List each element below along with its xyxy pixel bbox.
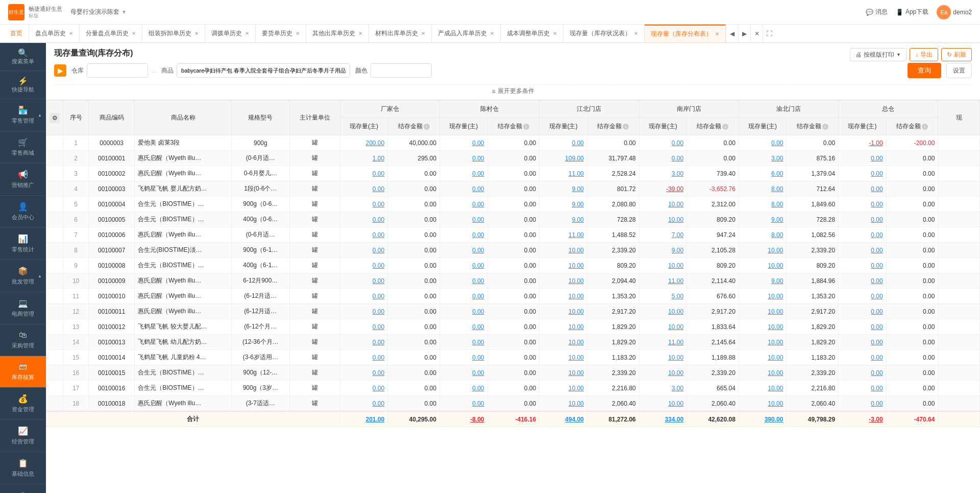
td-yb-qty[interactable]: 10.00 bbox=[739, 243, 787, 258]
export-btn[interactable]: ↓ 导出 bbox=[910, 48, 938, 61]
tab-close-t9[interactable]: ✕ bbox=[553, 31, 557, 36]
td-f-qty[interactable]: 0.00 bbox=[340, 396, 388, 412]
sidebar-item-base[interactable]: 📋 基础信息 bbox=[0, 452, 46, 484]
td-na-qty[interactable]: 7.00 bbox=[639, 227, 687, 243]
tab-close-t10[interactable]: ✕ bbox=[634, 31, 638, 36]
td-c-qty[interactable]: 0.00 bbox=[439, 166, 487, 181]
settings-btn[interactable]: 设置 bbox=[946, 63, 972, 78]
td-na-qty[interactable]: -39.00 bbox=[639, 181, 687, 197]
na-amt-info[interactable]: i bbox=[722, 124, 728, 130]
td-total-qty[interactable]: 0.00 bbox=[839, 319, 887, 335]
sidebar-item-ecommerce[interactable]: 💻 电商管理 bbox=[0, 292, 46, 324]
td-yb-qty[interactable]: 10.00 bbox=[739, 381, 787, 396]
td-c-qty[interactable]: 0.00 bbox=[439, 319, 487, 335]
td-na-qty[interactable]: 11.00 bbox=[639, 335, 687, 350]
sidebar-item-retail-mgmt[interactable]: 🏪 零售管理 bbox=[0, 99, 46, 131]
td-total-qty[interactable]: 0.00 bbox=[839, 304, 887, 319]
td-jb-qty[interactable]: 10.00 bbox=[540, 304, 587, 319]
user-area[interactable]: Ea demo2 bbox=[937, 5, 972, 19]
td-na-qty[interactable]: 10.00 bbox=[639, 304, 687, 319]
td-na-qty[interactable]: 3.00 bbox=[639, 166, 687, 181]
sidebar-item-wholesale[interactable]: 📦 批发管理 bbox=[0, 260, 46, 292]
td-jb-qty[interactable]: 10.00 bbox=[540, 289, 587, 304]
td-na-qty[interactable]: 10.00 bbox=[639, 197, 687, 212]
td-jb-qty[interactable]: 9.00 bbox=[540, 197, 587, 212]
yb-amt-info[interactable]: i bbox=[822, 124, 828, 130]
selector-dropdown[interactable]: 母婴行业演示陈套 ▼ bbox=[70, 8, 127, 16]
td-total-qty[interactable]: 0.00 bbox=[839, 151, 887, 166]
td-c-qty[interactable]: 0.00 bbox=[439, 350, 487, 365]
color-input[interactable] bbox=[371, 63, 432, 78]
td-c-qty[interactable]: 0.00 bbox=[439, 365, 487, 381]
td-f-qty[interactable]: 0.00 bbox=[340, 243, 388, 258]
td-f-qty[interactable]: 200.00 bbox=[340, 135, 388, 151]
tab-home[interactable]: 首页 bbox=[4, 25, 29, 43]
td-f-qty[interactable]: 0.00 bbox=[340, 381, 388, 396]
tab-close-t11[interactable]: ✕ bbox=[715, 31, 719, 37]
col-settings-icon[interactable]: ⚙ bbox=[50, 113, 60, 123]
tab-t7[interactable]: 材料出库单历史 ✕ bbox=[369, 25, 432, 43]
td-f-qty[interactable]: 0.00 bbox=[340, 181, 388, 197]
td-total-qty[interactable]: 0.00 bbox=[839, 181, 887, 197]
td-yb-qty[interactable]: 9.00 bbox=[739, 212, 787, 227]
td-total-qty[interactable]: 0.00 bbox=[839, 350, 887, 365]
td-na-qty[interactable]: 5.00 bbox=[639, 289, 687, 304]
tab-close-t7[interactable]: ✕ bbox=[421, 31, 425, 36]
td-na-qty[interactable]: 3.00 bbox=[639, 381, 687, 396]
td-jb-qty[interactable]: 10.00 bbox=[540, 273, 587, 289]
td-total-qty[interactable]: 0.00 bbox=[839, 166, 887, 181]
sidebar-item-system[interactable]: ⚙ 系统管理 bbox=[0, 484, 46, 493]
td-f-qty[interactable]: 1.00 bbox=[340, 151, 388, 166]
td-na-qty[interactable]: 0.00 bbox=[639, 151, 687, 166]
td-jb-qty[interactable]: 10.00 bbox=[540, 365, 587, 381]
total-amt-info[interactable]: i bbox=[922, 124, 928, 130]
td-f-qty[interactable]: 0.00 bbox=[340, 365, 388, 381]
td-f-qty[interactable]: 0.00 bbox=[340, 304, 388, 319]
tab-close-t1[interactable]: ✕ bbox=[69, 31, 73, 36]
tab-t9[interactable]: 成本调整单历史 ✕ bbox=[501, 25, 564, 43]
td-yb-qty[interactable]: 3.00 bbox=[739, 151, 787, 166]
td-jb-qty[interactable]: 10.00 bbox=[540, 335, 587, 350]
td-na-qty[interactable]: 10.00 bbox=[639, 350, 687, 365]
td-total-qty[interactable]: 0.00 bbox=[839, 273, 887, 289]
td-jb-qty[interactable]: 0.00 bbox=[540, 135, 587, 151]
td-jb-qty[interactable]: 9.00 bbox=[540, 181, 587, 197]
td-total-qty[interactable]: 0.00 bbox=[839, 381, 887, 396]
td-total-qty[interactable]: 0.00 bbox=[839, 396, 887, 412]
tab-t3[interactable]: 组装拆卸单历史 ✕ bbox=[142, 25, 205, 43]
td-na-qty[interactable]: 10.00 bbox=[639, 365, 687, 381]
tab-nav-next[interactable]: ▶ bbox=[738, 25, 750, 43]
td-total-qty[interactable]: 0.00 bbox=[839, 335, 887, 350]
tab-close-t3[interactable]: ✕ bbox=[194, 31, 199, 36]
td-c-qty[interactable]: 0.00 bbox=[439, 258, 487, 273]
tab-nav-close-all[interactable]: ✕ bbox=[750, 25, 763, 43]
td-c-qty[interactable]: 0.00 bbox=[439, 212, 487, 227]
warehouse-more[interactable]: ... bbox=[151, 67, 156, 74]
td-c-qty[interactable]: 0.00 bbox=[439, 335, 487, 350]
f-amt-info[interactable]: i bbox=[424, 124, 430, 130]
td-c-qty[interactable]: 0.00 bbox=[439, 181, 487, 197]
message-btn[interactable]: 💬 消息 bbox=[866, 8, 888, 16]
tab-t11[interactable]: 现存量（库存分布表） ✕ bbox=[645, 25, 726, 43]
td-total-qty[interactable]: 0.00 bbox=[839, 243, 887, 258]
td-yb-qty[interactable]: 8.00 bbox=[739, 197, 787, 212]
td-c-qty[interactable]: 0.00 bbox=[439, 289, 487, 304]
sidebar-item-ops[interactable]: 📈 经营管理 bbox=[0, 420, 46, 452]
td-na-qty[interactable]: 10.00 bbox=[639, 319, 687, 335]
tab-t5[interactable]: 要货单历史 ✕ bbox=[256, 25, 306, 43]
tab-close-t6[interactable]: ✕ bbox=[358, 31, 362, 36]
td-na-qty[interactable]: 10.00 bbox=[639, 396, 687, 412]
expand-btn[interactable]: ≡ 展开更多条件 bbox=[492, 87, 534, 96]
tab-t6[interactable]: 其他出库单历史 ✕ bbox=[306, 25, 369, 43]
td-f-qty[interactable]: 0.00 bbox=[340, 273, 388, 289]
tab-close-t2[interactable]: ✕ bbox=[132, 31, 136, 36]
td-jb-qty[interactable]: 11.00 bbox=[540, 227, 587, 243]
td-c-qty[interactable]: 0.00 bbox=[439, 151, 487, 166]
tab-t4[interactable]: 调拨单历史 ✕ bbox=[205, 25, 256, 43]
footer-total-qty[interactable]: -3.00 bbox=[839, 411, 887, 427]
td-yb-qty[interactable]: 8.00 bbox=[739, 227, 787, 243]
tab-nav-expand[interactable]: ⛶ bbox=[763, 25, 775, 43]
td-total-qty[interactable]: 0.00 bbox=[839, 212, 887, 227]
td-yb-qty[interactable]: 10.00 bbox=[739, 258, 787, 273]
sidebar-search[interactable]: 🔍 搜索英单 bbox=[0, 43, 46, 71]
